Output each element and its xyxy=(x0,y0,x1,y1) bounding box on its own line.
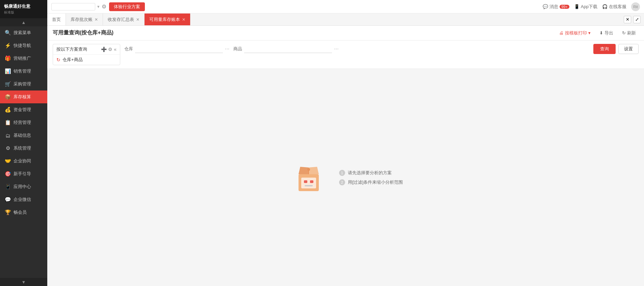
page-header: 可用量查询(按仓库+商品) 🖨 按模板打印 ▾ ⬇ 导出 ↻ 刷新 xyxy=(47,26,644,41)
sidebar-item-apps[interactable]: 📱 应用中心 xyxy=(0,180,47,193)
export-icon: ⬇ xyxy=(599,30,603,35)
svg-marker-2 xyxy=(309,167,319,174)
sidebar-item-sales[interactable]: 📊 销售管理 xyxy=(0,65,47,78)
dropdown-arrow-icon[interactable]: ▾ xyxy=(97,4,100,9)
sidebar-item-search[interactable]: 🔍 搜索菜单 xyxy=(0,26,47,39)
finance-icon: 💰 xyxy=(5,107,11,113)
collapse-scheme-button[interactable]: « xyxy=(114,47,117,52)
sidebar-item-finance[interactable]: 💰 资金管理 xyxy=(0,103,47,116)
sidebar-item-system[interactable]: ⚙ 系统管理 xyxy=(0,142,47,155)
industry-solution-button[interactable]: 体验行业方案 xyxy=(109,2,145,11)
enterprise-icon: 🤝 xyxy=(5,158,11,164)
tip-item-1: 1 请先选择要分析的方案 xyxy=(339,170,403,176)
messages-badge: 99+ xyxy=(560,5,569,9)
filter-scheme-title: 按以下方案查询 xyxy=(56,46,87,52)
sidebar-scroll-down[interactable]: ▼ xyxy=(0,278,47,286)
query-button[interactable]: 查询 xyxy=(593,44,616,54)
tab-available-ledger-close[interactable]: ✕ xyxy=(182,17,185,22)
user-avatar[interactable]: Rit xyxy=(631,2,640,11)
purchase-icon: 🛒 xyxy=(5,81,11,87)
tabs-end: ✕ ⤢ xyxy=(620,14,644,25)
phone-icon: 📱 xyxy=(574,4,579,9)
inventory-icon: 📦 xyxy=(5,94,11,100)
sidebar-item-operations[interactable]: 📋 经营管理 xyxy=(0,116,47,129)
sidebar-item-basic[interactable]: 🗂 基础信息 xyxy=(0,129,47,142)
filter-scheme-panel: 按以下方案查询 ➕ ⚙ « ↻ 仓库+商品 xyxy=(53,44,120,65)
tip-num-1: 1 xyxy=(339,170,345,176)
content-area: 1 请先选择要分析的方案 2 用[过滤]条件来缩小分析范围 xyxy=(47,69,644,286)
template-print-button[interactable]: 🖨 按模板打印 ▾ xyxy=(557,29,593,37)
filter-area: 按以下方案查询 ➕ ⚙ « ↻ 仓库+商品 仓库 xyxy=(47,41,644,69)
page-title: 可用量查询(按仓库+商品) xyxy=(53,29,557,36)
tab-expand-btn[interactable]: ⤢ xyxy=(633,16,641,23)
page-actions: 🖨 按模板打印 ▾ ⬇ 导出 ↻ 刷新 xyxy=(557,29,639,37)
tab-batch-ledger-close[interactable]: ✕ xyxy=(95,17,98,22)
warehouse-label: 仓库 xyxy=(124,46,133,52)
scheme-item-warehouse-goods[interactable]: ↻ 仓库+商品 xyxy=(53,55,120,65)
printer-icon: 🖨 xyxy=(559,30,564,35)
wechat-icon: 💬 xyxy=(5,197,11,203)
tabs-bar: 首页 库存批次账 ✕ 收发存汇总表 ✕ 可用量库存账本 ✕ ✕ ⤢ xyxy=(47,14,644,26)
gear-icon[interactable]: ⚙ xyxy=(102,3,106,10)
messages-button[interactable]: 💬 消息 99+ xyxy=(543,4,569,10)
refresh-button[interactable]: ↻ 刷新 xyxy=(619,29,639,37)
apps-icon: 📱 xyxy=(5,184,11,190)
warehouse-field: 仓库 ··· xyxy=(124,45,229,53)
topbar-right: 💬 消息 99+ 📱 App下载 🎧 在线客服 Rit xyxy=(543,2,640,11)
warehouse-more-button[interactable]: ··· xyxy=(225,46,229,52)
sidebar-item-wechat[interactable]: 💬 企业微信 xyxy=(0,193,47,206)
edit-scheme-button[interactable]: ⚙ xyxy=(108,47,112,52)
svg-point-8 xyxy=(307,168,310,171)
message-icon: 💬 xyxy=(543,4,548,9)
sales-icon: 📊 xyxy=(5,68,11,74)
sidebar-item-newbie[interactable]: 🎯 新手引导 xyxy=(0,167,47,180)
goods-input[interactable] xyxy=(244,45,332,53)
sidebar-item-enterprise[interactable]: 🤝 企业协同 xyxy=(0,155,47,167)
sidebar-item-purchase[interactable]: 🛒 采购管理 xyxy=(0,78,47,90)
tab-receive-summary-close[interactable]: ✕ xyxy=(136,17,139,22)
filter-scheme-header: 按以下方案查询 ➕ ⚙ « xyxy=(53,44,120,55)
filter-row-1: 仓库 ··· 商品 ··· 查询 设置 xyxy=(124,44,639,54)
svg-marker-1 xyxy=(299,167,309,174)
tab-home[interactable]: 首页 xyxy=(47,14,66,25)
empty-state-inner: 1 请先选择要分析的方案 2 用[过滤]条件来缩小分析范围 xyxy=(288,157,403,198)
sidebar-item-inventory[interactable]: 📦 库存核算 xyxy=(0,90,47,103)
headset-icon: 🎧 xyxy=(602,4,608,9)
svg-rect-4 xyxy=(304,180,307,183)
add-scheme-button[interactable]: ➕ xyxy=(101,47,107,52)
tip-item-2: 2 用[过滤]条件来缩小分析范围 xyxy=(339,179,403,185)
template-print-dropdown-icon[interactable]: ▾ xyxy=(588,30,591,35)
goods-more-button[interactable]: ··· xyxy=(334,46,338,52)
member-icon: 🏆 xyxy=(5,209,11,215)
app-download-button[interactable]: 📱 App下载 xyxy=(574,4,597,10)
sidebar: 畅康通好生意 标准版 ▲ 🔍 搜索菜单 ⚡ 快捷导航 🎁 营销推广 📊 销售管理 xyxy=(0,0,47,286)
tab-close-btn[interactable]: ✕ xyxy=(624,16,631,23)
tab-batch-ledger[interactable]: 库存批次账 ✕ xyxy=(66,14,103,25)
app-version: 标准版 xyxy=(4,10,43,15)
warehouse-input[interactable] xyxy=(135,45,223,53)
tip-num-2: 2 xyxy=(339,179,345,185)
sidebar-item-member[interactable]: 🏆 畅会员 xyxy=(0,206,47,219)
sidebar-header: 畅康通好生意 标准版 xyxy=(0,0,47,18)
sidebar-scroll-up[interactable]: ▲ xyxy=(0,18,47,26)
filter-actions: 查询 设置 xyxy=(593,44,639,54)
tab-available-ledger[interactable]: 可用量库存账本 ✕ xyxy=(145,14,190,25)
system-icon: ⚙ xyxy=(5,145,11,151)
shortcuts-icon: ⚡ xyxy=(5,43,11,49)
app-logo: 畅康通好生意 xyxy=(4,3,43,9)
online-service-button[interactable]: 🎧 在线客服 xyxy=(602,4,626,10)
sidebar-item-marketing[interactable]: 🎁 营销推广 xyxy=(0,52,47,65)
topbar-breadcrumb: ▾ ⚙ xyxy=(51,3,106,10)
basic-icon: 🗂 xyxy=(5,133,11,138)
settings-button[interactable]: 设置 xyxy=(618,44,639,54)
svg-rect-6 xyxy=(305,185,313,186)
export-button[interactable]: ⬇ 导出 xyxy=(597,29,616,37)
search-icon: 🔍 xyxy=(5,30,11,36)
marketing-icon: 🎁 xyxy=(5,55,11,61)
goods-label: 商品 xyxy=(233,46,242,52)
svg-rect-3 xyxy=(301,178,316,188)
topbar-search-input[interactable] xyxy=(51,3,95,10)
tab-receive-summary[interactable]: 收发存汇总表 ✕ xyxy=(103,14,145,25)
sidebar-item-shortcuts[interactable]: ⚡ 快捷导航 xyxy=(0,39,47,52)
app-container: 畅康通好生意 标准版 ▲ 🔍 搜索菜单 ⚡ 快捷导航 🎁 营销推广 📊 销售管理 xyxy=(0,0,644,286)
